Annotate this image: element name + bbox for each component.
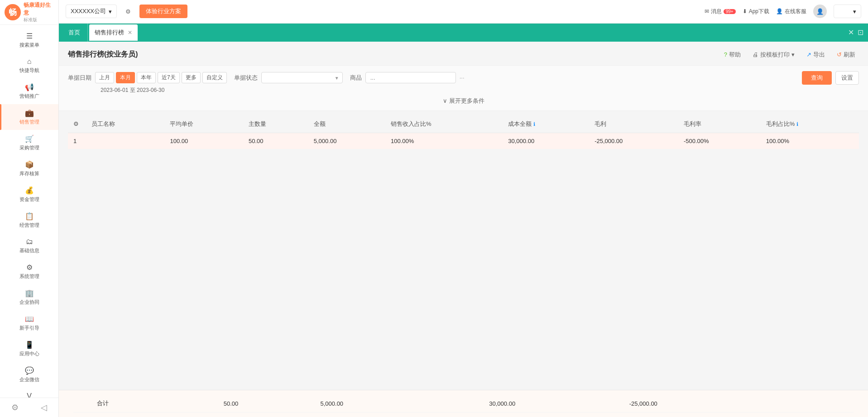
nav-icon-purchase: 🛒	[25, 134, 34, 143]
th-amount: 全额	[308, 115, 385, 133]
tab-home[interactable]: 首页	[61, 24, 88, 42]
sidebar-item-app-center[interactable]: 📱 应用中心	[0, 336, 58, 362]
sidebar-item-search-order[interactable]: ☰ 搜索菜单	[0, 27, 58, 53]
cell-avg-price: 100.00	[164, 133, 243, 149]
sidebar-item-inventory[interactable]: 📦 库存核算	[0, 156, 58, 182]
nav-icon-finance: 💰	[25, 186, 34, 195]
table-scroll-area: ⚙ 员工名称 平均单价 主数量 全额 销售收入占比% 成本全额 ℹ 毛利 毛利率…	[59, 111, 868, 390]
tab-close-btn[interactable]: ✕	[128, 29, 132, 36]
brand-name: 畅康通好生意	[24, 1, 54, 17]
sidebar-item-finance[interactable]: 💰 资金管理	[0, 182, 58, 207]
cell-gross-rate: -500.00%	[678, 133, 761, 149]
sidebar-item-system[interactable]: ⚙ 系统管理	[0, 259, 58, 284]
page-header: 销售排行榜(按业务员) ? 帮助 🖨 按模板打印 ▾ ↗ 导出 ↺ 刷新	[59, 42, 868, 66]
date-btn-7days[interactable]: 近7天	[158, 72, 180, 83]
refresh-btn[interactable]: ↺ 刷新	[833, 49, 859, 61]
date-filter: 上月 本月 本年 近7天 更多 自定义	[95, 72, 227, 83]
logo-text: 畅康通好生意 标准版	[24, 1, 54, 23]
footer-gross: -25,000.00	[624, 395, 772, 412]
footer-label: 合计	[91, 395, 177, 412]
query-button[interactable]: 查询	[802, 71, 832, 85]
topbar-settings-btn[interactable]: ⚙	[121, 5, 135, 18]
nav-icon-app-center: 📱	[25, 340, 34, 349]
online-service-icon: 👤	[776, 8, 783, 14]
sidebar: 畅 畅康通好生意 标准版 ☰ 搜索菜单 ⌂ 快捷导航 📢 营销推广 💼 销售管理…	[0, 0, 59, 417]
date-range-text: 2023-06-01 至 2023-06-30	[101, 87, 164, 93]
status-filter-group: 单据状态	[234, 72, 343, 83]
trial-button[interactable]: 体验行业方案	[139, 5, 187, 18]
message-label: 消息	[711, 8, 722, 15]
expand-btn[interactable]: ∨ 展开更多条件	[68, 97, 859, 105]
goods-more-btn[interactable]: ···	[460, 74, 465, 81]
footer-row: 合计 50.00 5,000.00 30,000.00 -25,000.00	[73, 395, 854, 412]
nav-label-inventory: 库存核算	[19, 170, 39, 177]
sidebar-item-wechat[interactable]: 💬 企业微信	[0, 362, 58, 388]
th-gross-pct: 毛利占比% ℹ	[761, 115, 859, 133]
nav-icon-search-order: ☰	[26, 32, 33, 40]
date-btn-more[interactable]: 更多	[182, 72, 201, 83]
nav-label-sales: 销售管理	[19, 119, 39, 125]
tab-close-all-btn[interactable]: ✕	[848, 28, 854, 37]
template-print-btn[interactable]: 🖨 按模板打印 ▾	[749, 49, 798, 61]
date-btn-custom[interactable]: 自定义	[202, 72, 227, 83]
export-btn[interactable]: ↗ 导出	[803, 49, 829, 61]
cell-gross: -25,000.00	[589, 133, 678, 149]
message-btn[interactable]: ✉ 消息 99+	[705, 8, 736, 15]
date-btn-this-year[interactable]: 本年	[137, 72, 156, 83]
nav-label-purchase: 采购管理	[19, 144, 39, 151]
nav-label-system: 系统管理	[19, 273, 39, 280]
nav-label-search-order: 搜索菜单	[19, 42, 39, 48]
nav-icon-inventory: 📦	[25, 160, 34, 169]
sidebar-item-enterprise[interactable]: 🏢 企业协同	[0, 284, 58, 310]
nav-label-basic-info: 基础信息	[19, 247, 39, 254]
sidebar-collapse-btn[interactable]: ◁	[41, 403, 47, 412]
status-select[interactable]	[261, 72, 343, 83]
sidebar-nav: ☰ 搜索菜单 ⌂ 快捷导航 📢 营销推广 💼 销售管理 🛒 采购管理 📦 库存核…	[0, 25, 58, 398]
cell-amount: 5,000.00	[308, 133, 385, 149]
help-btn[interactable]: ? 帮助	[720, 49, 744, 61]
online-service-label: 在线客服	[785, 8, 806, 15]
print-icon: 🖨	[753, 51, 758, 58]
footer-empty	[73, 395, 91, 412]
footer-gross-rate	[771, 395, 812, 412]
date-filter-group: 单据日期 上月 本月 本年 近7天 更多 自定义	[68, 72, 227, 83]
settings-button[interactable]: 设置	[835, 71, 859, 85]
sidebar-settings-btn[interactable]: ⚙	[11, 403, 19, 412]
expand-label: 展开更多条件	[449, 97, 484, 105]
footer-gross-pct	[812, 395, 854, 412]
date-btn-this-month[interactable]: 本月	[116, 72, 135, 83]
online-service-btn[interactable]: 👤 在线客服	[776, 8, 806, 15]
page-wrapper: 销售排行榜(按业务员) ? 帮助 🖨 按模板打印 ▾ ↗ 导出 ↺ 刷新	[59, 42, 868, 417]
nav-icon-basic-info: 🗂	[26, 238, 33, 246]
sidebar-item-basic-info[interactable]: 🗂 基础信息	[0, 233, 58, 259]
sidebar-item-sales[interactable]: 💼 销售管理	[0, 104, 58, 130]
sidebar-item-operations[interactable]: 📋 经营管理	[0, 207, 58, 233]
th-quantity: 主数量	[243, 115, 308, 133]
refresh-label: 刷新	[844, 51, 855, 59]
company-select[interactable]: XXXXXX公司 ▾	[66, 5, 117, 18]
app-download-icon: ⬇	[743, 8, 747, 14]
date-btn-last-month[interactable]: 上月	[95, 72, 114, 83]
message-icon: ✉	[705, 8, 709, 14]
sidebar-item-purchase[interactable]: 🛒 采购管理	[0, 130, 58, 156]
sidebar-item-member[interactable]: V 畅会员	[0, 388, 58, 398]
nav-icon-enterprise: 🏢	[25, 289, 34, 297]
app-download-btn[interactable]: ⬇ App下载	[743, 8, 769, 15]
sidebar-item-quick-nav[interactable]: ⌂ 快捷导航	[0, 53, 58, 78]
table-area: ⚙ 员工名称 平均单价 主数量 全额 销售收入占比% 成本全额 ℹ 毛利 毛利率…	[59, 111, 868, 154]
sidebar-item-guide[interactable]: 📖 新手引导	[0, 310, 58, 336]
sidebar-item-marketing[interactable]: 📢 营销推广	[0, 78, 58, 104]
nav-label-enterprise: 企业协同	[19, 299, 39, 306]
tab-sales-ranking[interactable]: 销售排行榜 ✕	[89, 24, 138, 41]
user-menu[interactable]: ▾	[834, 5, 861, 18]
footer-table: 合计 50.00 5,000.00 30,000.00 -25,000.00	[73, 395, 854, 412]
tab-restore-btn[interactable]: ⊡	[858, 28, 863, 37]
user-avatar[interactable]: 👤	[813, 5, 827, 18]
refresh-icon: ↺	[837, 51, 842, 58]
topbar: XXXXXX公司 ▾ ⚙ 体验行业方案 ✉ 消息 99+ ⬇ App下载 👤 在…	[59, 0, 868, 24]
table-body: 1 100.00 50.00 5,000.00 100.00% 30,000.0…	[68, 133, 859, 149]
nav-icon-system: ⚙	[26, 263, 33, 272]
goods-input[interactable]	[365, 72, 456, 83]
tabbar: 首页 销售排行榜 ✕ ✕ ⊡	[59, 24, 868, 42]
table-footer: 合计 50.00 5,000.00 30,000.00 -25,000.00	[59, 390, 868, 417]
